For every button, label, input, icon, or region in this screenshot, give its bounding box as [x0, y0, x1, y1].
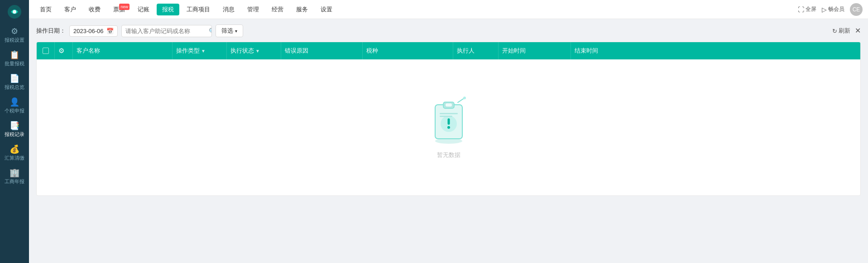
th-tax-type: 税种 — [363, 42, 453, 59]
th-executor: 执行人 — [453, 42, 499, 59]
th-exec-status[interactable]: 执行状态 ▼ — [227, 42, 281, 59]
refresh-icon: ↻ — [832, 28, 837, 34]
fullscreen-button[interactable]: ⛶ 全屏 — [798, 5, 816, 13]
empty-text: 暂无数据 — [437, 151, 460, 159]
top-navigation: 首页 客户 收费 票据 new 记账 报税 工商项目 消息 管理 经营 服务 设… — [29, 0, 868, 19]
nav-operations[interactable]: 经营 — [266, 4, 289, 15]
settlement-icon: 💰 — [10, 145, 19, 153]
main-area: 首页 客户 收费 票据 new 记账 报税 工商项目 消息 管理 经营 服务 设… — [29, 0, 868, 263]
nav-accounting[interactable]: 记账 — [132, 4, 155, 15]
sort-icon: ▼ — [201, 49, 206, 54]
chevron-down-icon: ▾ — [235, 29, 237, 34]
sidebar-item-tax-overview[interactable]: 📄 报税总览 — [0, 71, 29, 94]
nav-business[interactable]: 工商项目 — [181, 4, 216, 15]
settings-icon[interactable]: ⚙ — [58, 47, 64, 55]
date-label: 操作日期： — [36, 27, 66, 35]
fullscreen-icon: ⛶ — [798, 6, 804, 13]
avatar[interactable]: CE — [850, 3, 863, 16]
filter-button[interactable]: 筛选 ▾ — [216, 24, 243, 37]
nav-items: 首页 客户 收费 票据 new 记账 报税 工商项目 消息 管理 经营 服务 设… — [34, 4, 798, 15]
search-box: 🔍 — [121, 25, 212, 37]
nav-home[interactable]: 首页 — [34, 4, 57, 15]
tax-records-icon: 📑 — [10, 122, 19, 130]
th-customer-name: 客户名称 — [73, 42, 173, 59]
nav-invoice[interactable]: 票据 new — [108, 4, 130, 15]
th-settings: ⚙ — [55, 42, 73, 59]
sidebar-item-tax-records[interactable]: 📑 报税记录 — [0, 118, 29, 141]
svg-rect-7 — [447, 118, 450, 125]
nav-billing[interactable]: 收费 — [83, 4, 106, 15]
date-picker[interactable]: 2023-06-06 📅 — [69, 25, 118, 37]
table-header: ⚙ 客户名称 操作类型 ▼ 执行状态 ▼ 错误原因 税种 — [37, 42, 860, 59]
th-error-reason: 错误原因 — [281, 42, 363, 59]
refresh-button[interactable]: ↻ 刷新 — [832, 27, 850, 35]
personal-tax-icon: 👤 — [10, 98, 19, 106]
app-logo — [6, 4, 23, 20]
new-badge: new — [119, 4, 129, 10]
tax-settings-icon: ⚙ — [11, 27, 18, 35]
topnav-right: ⛶ 全屏 ▷ 畅会员 CE — [798, 3, 863, 16]
data-table: ⚙ 客户名称 操作类型 ▼ 执行状态 ▼ 错误原因 税种 — [36, 42, 861, 196]
svg-point-8 — [447, 126, 450, 129]
video-icon: ▷ — [822, 6, 827, 13]
nav-management[interactable]: 管理 — [242, 4, 264, 15]
nav-customer[interactable]: 客户 — [59, 4, 82, 15]
batch-tax-icon: 📋 — [10, 51, 19, 59]
tax-overview-icon: 📄 — [10, 74, 19, 83]
calendar-icon: 📅 — [106, 28, 114, 34]
table-body: 暂无数据 — [37, 59, 860, 195]
nav-messages[interactable]: 消息 — [217, 4, 240, 15]
nav-tax[interactable]: 报税 — [157, 4, 179, 15]
sidebar-item-batch-tax[interactable]: 📋 批量报税 — [0, 47, 29, 71]
page-body: 操作日期： 2023-06-06 📅 🔍 筛选 ▾ ↻ 刷新 ✕ — [29, 19, 868, 263]
search-input[interactable] — [122, 25, 205, 37]
th-operation-type[interactable]: 操作类型 ▼ — [173, 42, 227, 59]
svg-rect-12 — [440, 116, 452, 117]
svg-point-1 — [13, 10, 16, 14]
th-start-time: 开始时间 — [499, 42, 571, 59]
th-checkbox[interactable] — [37, 42, 55, 59]
th-end-time: 结束时间 — [571, 42, 625, 59]
sidebar-item-settlement[interactable]: 💰 汇算清缴 — [0, 141, 29, 165]
annual-report-icon: 🏢 — [10, 169, 19, 177]
member-button[interactable]: ▷ 畅会员 — [822, 5, 844, 13]
sidebar-item-annual-report[interactable]: 🏢 工商年报 — [0, 165, 29, 189]
empty-illustration — [426, 96, 471, 146]
toolbar-right: ↻ 刷新 ✕ — [832, 27, 861, 35]
nav-services[interactable]: 服务 — [291, 4, 313, 15]
sidebar-item-tax-settings[interactable]: ⚙ 报税设置 — [0, 24, 29, 47]
select-all-checkbox[interactable] — [43, 48, 49, 54]
svg-rect-11 — [440, 113, 458, 114]
nav-settings[interactable]: 设置 — [315, 4, 338, 15]
toolbar: 操作日期： 2023-06-06 📅 🔍 筛选 ▾ ↻ 刷新 ✕ — [36, 24, 861, 37]
close-button[interactable]: ✕ — [855, 27, 861, 34]
svg-rect-5 — [446, 103, 452, 107]
sidebar: ⚙ 报税设置 📋 批量报税 📄 报税总览 👤 个税申报 📑 报税记录 💰 汇算清… — [0, 0, 29, 263]
sidebar-item-personal-tax[interactable]: 👤 个税申报 — [0, 94, 29, 118]
search-icon[interactable]: 🔍 — [205, 25, 212, 37]
sort-icon: ▼ — [255, 49, 260, 54]
svg-point-10 — [463, 97, 466, 99]
